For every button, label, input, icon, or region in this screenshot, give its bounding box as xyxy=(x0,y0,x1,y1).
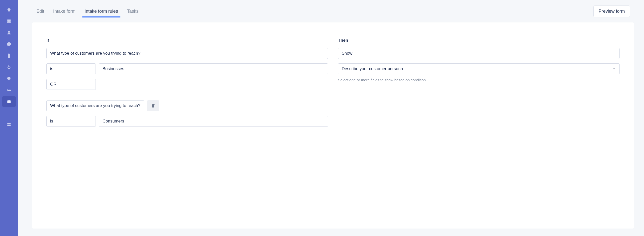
chevron-down-icon xyxy=(612,67,616,70)
condition-1-question-select[interactable]: What type of customers are you trying to… xyxy=(46,48,328,59)
condition-1-operator-select[interactable]: is xyxy=(46,63,96,74)
sidebar-briefcase-icon[interactable] xyxy=(2,96,16,107)
preview-form-button[interactable]: Preview form xyxy=(593,6,630,17)
tab-intake-form-rules[interactable]: Intake form rules xyxy=(84,4,118,18)
condition-2-question-select[interactable]: What type of customers are you trying to… xyxy=(46,100,144,111)
if-title: If xyxy=(46,38,328,43)
if-column: If What type of customers are you trying… xyxy=(46,38,328,218)
condition-2-operator-select[interactable]: is xyxy=(46,116,96,127)
then-help-text: Select one or more fields to show based … xyxy=(338,78,620,82)
tabs: Edit Intake form Intake form rules Tasks xyxy=(36,4,138,18)
tab-edit[interactable]: Edit xyxy=(36,4,44,18)
rule-panel: If What type of customers are you trying… xyxy=(32,22,634,228)
sidebar-grid-icon[interactable] xyxy=(2,119,16,130)
condition-2-operator-label: is xyxy=(50,119,53,124)
condition-2-delete-button[interactable] xyxy=(147,100,159,111)
condition-2-value-select[interactable]: Consumers xyxy=(99,116,328,127)
sidebar-badge-icon[interactable] xyxy=(2,73,16,84)
then-action-select[interactable]: Show xyxy=(338,48,620,59)
condition-1-question-label: What type of customers are you trying to… xyxy=(50,51,140,56)
main: Edit Intake form Intake form rules Tasks… xyxy=(18,0,644,236)
sidebar-refresh-icon[interactable] xyxy=(2,62,16,72)
sidebar xyxy=(0,0,18,236)
sidebar-document-icon[interactable] xyxy=(2,50,16,61)
sidebar-home-icon[interactable] xyxy=(2,4,16,15)
sidebar-inbox-icon[interactable] xyxy=(2,16,16,26)
sidebar-list-icon[interactable] xyxy=(2,108,16,118)
trash-icon xyxy=(151,104,156,108)
then-column: Then Show Describe your customer persona… xyxy=(338,38,620,218)
condition-2-question-label: What type of customers are you trying to… xyxy=(50,103,140,108)
then-action-label: Show xyxy=(342,51,352,56)
sidebar-handshake-icon[interactable] xyxy=(2,85,16,95)
tab-intake-form[interactable]: Intake form xyxy=(53,4,76,18)
tab-tasks[interactable]: Tasks xyxy=(127,4,138,18)
condition-1-value-label: Businesses xyxy=(102,66,124,71)
topbar: Edit Intake form Intake form rules Tasks… xyxy=(18,0,644,22)
condition-2-value-label: Consumers xyxy=(102,119,124,124)
condition-connector-select[interactable]: OR xyxy=(46,79,96,90)
sidebar-user-icon[interactable] xyxy=(2,28,16,38)
condition-1-value-select[interactable]: Businesses xyxy=(99,63,328,74)
then-target-select[interactable]: Describe your customer persona xyxy=(338,63,620,74)
condition-1-operator-label: is xyxy=(50,66,53,71)
sidebar-chat-icon[interactable] xyxy=(2,39,16,50)
condition-connector-label: OR xyxy=(50,82,56,87)
then-target-label: Describe your customer persona xyxy=(342,66,403,71)
then-title: Then xyxy=(338,38,620,43)
